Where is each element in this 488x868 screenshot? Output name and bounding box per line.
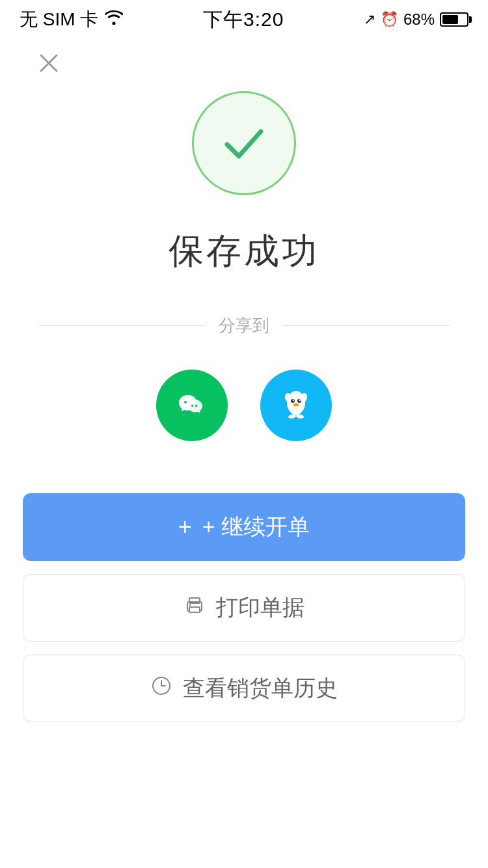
svg-point-3	[184, 401, 187, 403]
continue-icon: +	[178, 513, 192, 541]
print-icon	[183, 594, 206, 621]
svg-point-21	[189, 604, 191, 606]
history-icon	[150, 675, 172, 702]
action-buttons: + + 继续开单 打印单据 查看销货单历史	[23, 493, 465, 722]
status-left: 无 SIM 卡	[20, 7, 123, 32]
status-bar: 无 SIM 卡 下午3:20 ↗ ⏰ 68%	[0, 0, 488, 39]
close-button[interactable]	[33, 47, 65, 79]
wifi-icon	[105, 10, 123, 29]
wechat-share-button[interactable]	[156, 370, 228, 441]
continue-label: + 继续开单	[202, 512, 310, 542]
qq-share-button[interactable]	[260, 370, 332, 441]
battery-percent: 68%	[403, 10, 435, 29]
main-content: 保存成功 分享到	[0, 39, 488, 722]
success-title: 保存成功	[169, 228, 319, 275]
divider-right	[282, 325, 449, 326]
svg-rect-20	[189, 607, 200, 612]
status-right: ↗ ⏰ 68%	[364, 10, 468, 29]
continue-order-button[interactable]: + + 继续开单	[23, 493, 465, 561]
battery-icon	[440, 12, 468, 27]
sim-text: 无 SIM 卡	[20, 7, 98, 32]
success-icon-circle	[192, 91, 296, 195]
location-icon: ↗	[364, 11, 375, 28]
svg-point-12	[299, 400, 301, 401]
status-time: 下午3:20	[203, 7, 284, 33]
print-button[interactable]: 打印单据	[23, 574, 465, 642]
history-label: 查看销货单历史	[183, 673, 338, 703]
print-label: 打印单据	[216, 593, 305, 623]
history-button[interactable]: 查看销货单历史	[23, 655, 465, 722]
alarm-icon: ⏰	[381, 11, 398, 28]
svg-point-5	[191, 405, 193, 407]
svg-point-11	[293, 400, 294, 401]
share-label: 分享到	[206, 314, 282, 337]
share-divider: 分享到	[0, 314, 488, 337]
share-icons	[156, 370, 332, 441]
svg-point-6	[195, 405, 197, 407]
divider-left	[39, 325, 206, 326]
svg-point-13	[293, 403, 299, 407]
